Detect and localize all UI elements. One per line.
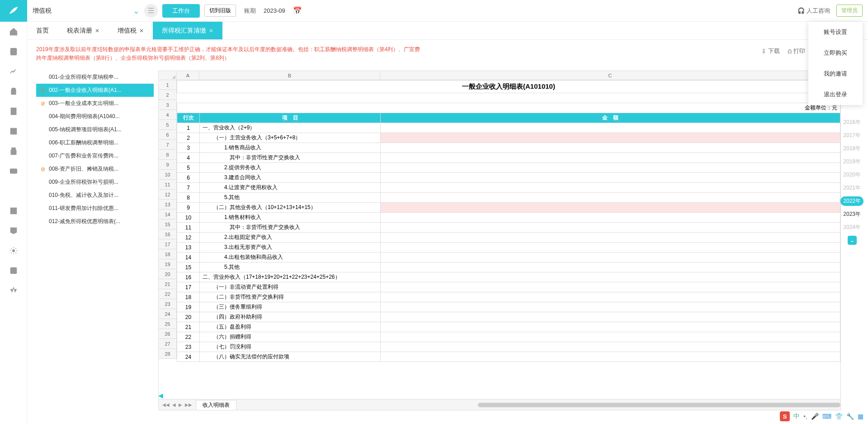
cell-rownum[interactable]: 7 bbox=[177, 183, 200, 193]
cell-item[interactable]: （二）其他业务收入（10+12+13+14+15） bbox=[200, 203, 381, 213]
row-header[interactable]: 7 bbox=[159, 140, 177, 150]
cell-amount[interactable] bbox=[381, 143, 840, 153]
menu-logout[interactable]: 退出登录 bbox=[808, 84, 863, 105]
sheet-hscroll[interactable] bbox=[236, 403, 840, 407]
row-header[interactable]: 6 bbox=[159, 130, 177, 140]
row-header[interactable]: 1 bbox=[159, 80, 177, 90]
row-header[interactable]: 11 bbox=[159, 180, 177, 190]
cell-amount[interactable] bbox=[381, 302, 840, 312]
cell-rownum[interactable]: 17 bbox=[177, 282, 200, 292]
nav-inbox-icon[interactable] bbox=[0, 221, 27, 241]
row-header[interactable]: 13 bbox=[159, 200, 177, 210]
form-item-012[interactable]: 012-减免所得税优惠明细表(... bbox=[36, 215, 154, 228]
col-header-c[interactable]: C bbox=[380, 71, 840, 80]
year-more-icon[interactable]: ⌄ bbox=[848, 236, 857, 245]
form-item-011[interactable]: 011-研发费用加计扣除优惠... bbox=[36, 202, 154, 215]
cell-item[interactable]: （一）非流动资产处置利得 bbox=[200, 282, 381, 292]
cell-item[interactable]: 2.提供劳务收入 bbox=[200, 163, 381, 173]
sheet-nav-last-icon[interactable]: ▶▶ bbox=[184, 402, 193, 407]
cell-rownum[interactable]: 18 bbox=[177, 292, 200, 302]
history-button[interactable]: ☰ bbox=[144, 4, 158, 18]
cell-amount[interactable] bbox=[381, 262, 840, 272]
cell-item[interactable]: 1.销售材料收入 bbox=[200, 213, 381, 223]
row-header[interactable]: 10 bbox=[159, 170, 177, 180]
nav-vip-icon[interactable] bbox=[0, 281, 27, 300]
form-item-005[interactable]: 005-纳税调整项目明细表(A1... bbox=[36, 123, 154, 136]
row-header[interactable]: 23 bbox=[159, 299, 177, 309]
ime-tool-icon[interactable]: 🔧 bbox=[846, 413, 854, 420]
cell-amount[interactable] bbox=[381, 213, 840, 223]
year-2018年[interactable]: 2018年 bbox=[840, 144, 863, 153]
row-header[interactable]: 3 bbox=[159, 100, 177, 110]
cell-amount[interactable] bbox=[381, 252, 840, 262]
ime-punct-icon[interactable]: •, bbox=[803, 413, 807, 420]
cell-item[interactable]: 5.其他 bbox=[200, 193, 381, 203]
nav-salary-icon[interactable] bbox=[0, 161, 27, 181]
cell-rownum[interactable]: 23 bbox=[177, 342, 200, 352]
cell-amount[interactable] bbox=[381, 282, 840, 292]
workbench-button[interactable]: 工作台 bbox=[162, 4, 200, 18]
tab-close-icon[interactable]: ✕ bbox=[95, 28, 99, 34]
row-header[interactable]: 25 bbox=[159, 319, 177, 329]
tab-税表清册[interactable]: 税表清册✕ bbox=[58, 22, 108, 39]
sheet-nav-prev-icon[interactable]: ◀ bbox=[171, 402, 177, 407]
cell-rownum[interactable]: 8 bbox=[177, 193, 200, 203]
tab-close-icon[interactable]: ✕ bbox=[139, 28, 144, 34]
nav-report-icon[interactable] bbox=[0, 42, 27, 62]
cell-amount[interactable] bbox=[381, 233, 840, 243]
year-2019年[interactable]: 2019年 bbox=[840, 157, 863, 167]
year-2016年[interactable]: 2016年 bbox=[840, 118, 863, 127]
cell-rownum[interactable]: 6 bbox=[177, 173, 200, 183]
expand-triangle-icon[interactable]: ◀ bbox=[158, 392, 163, 399]
nav-archive-icon[interactable] bbox=[0, 201, 27, 221]
cell-amount[interactable] bbox=[381, 163, 840, 173]
row-header[interactable]: 12 bbox=[159, 190, 177, 200]
ime-grid-icon[interactable]: ▦ bbox=[858, 413, 863, 420]
nav-settings-icon[interactable] bbox=[0, 241, 27, 261]
tab-增值税[interactable]: 增值税✕ bbox=[108, 22, 153, 39]
cell-item[interactable]: （五）盘盈利得 bbox=[200, 322, 381, 332]
cell-item[interactable]: 2.出租固定资产收入 bbox=[200, 233, 381, 243]
cell-rownum[interactable]: 4 bbox=[177, 153, 200, 163]
cell-rownum[interactable]: 24 bbox=[177, 352, 200, 362]
company-selector[interactable]: 增值税 ⌄ bbox=[33, 6, 140, 16]
row-header[interactable]: 17 bbox=[159, 239, 177, 249]
row-header[interactable]: 20 bbox=[159, 269, 177, 279]
cell-amount[interactable] bbox=[381, 173, 840, 183]
cell-rownum[interactable]: 15 bbox=[177, 262, 200, 272]
row-header[interactable]: 26 bbox=[159, 329, 177, 339]
cell-item[interactable]: （六）捐赠利得 bbox=[200, 332, 381, 342]
row-header[interactable]: 27 bbox=[159, 339, 177, 349]
form-item-009[interactable]: 009-企业所得税弥补亏损明... bbox=[36, 176, 154, 189]
cell-rownum[interactable]: 12 bbox=[177, 233, 200, 243]
ime-voice-icon[interactable]: 🎤 bbox=[811, 413, 819, 420]
cell-rownum[interactable]: 9 bbox=[177, 203, 200, 213]
cell-item[interactable]: 1.销售商品收入 bbox=[200, 143, 381, 153]
cell-amount[interactable] bbox=[381, 153, 840, 163]
row-header[interactable]: 21 bbox=[159, 279, 177, 289]
cell-amount[interactable] bbox=[381, 193, 840, 203]
cell-amount[interactable] bbox=[381, 292, 840, 302]
cell-amount[interactable] bbox=[381, 123, 840, 133]
cell-rownum[interactable]: 22 bbox=[177, 332, 200, 342]
cell-item[interactable]: 其中：非货币性资产交换收入 bbox=[200, 153, 381, 163]
cell-amount[interactable] bbox=[381, 322, 840, 332]
cell-rownum[interactable]: 3 bbox=[177, 143, 200, 153]
cell-item[interactable]: 4.让渡资产使用权收入 bbox=[200, 183, 381, 193]
cell-rownum[interactable]: 14 bbox=[177, 252, 200, 262]
sheet-nav-next-icon[interactable]: ▶ bbox=[178, 402, 183, 407]
tab-close-icon[interactable]: ✕ bbox=[209, 28, 213, 34]
menu-purchase[interactable]: 立即购买 bbox=[808, 43, 863, 63]
download-button[interactable]: ⇩下载 bbox=[761, 47, 780, 55]
cell-rownum[interactable]: 19 bbox=[177, 302, 200, 312]
cell-item[interactable]: （四）政府补助利得 bbox=[200, 312, 381, 322]
row-header[interactable]: 14 bbox=[159, 210, 177, 219]
cell-amount[interactable] bbox=[381, 133, 840, 143]
row-header[interactable]: 18 bbox=[159, 249, 177, 259]
nav-app-icon[interactable] bbox=[0, 261, 27, 281]
cell-rownum[interactable]: 21 bbox=[177, 322, 200, 332]
ime-keyboard-icon[interactable]: ⌨ bbox=[822, 413, 831, 420]
sheet-select-all[interactable] bbox=[159, 71, 177, 80]
nav-analytics-icon[interactable] bbox=[0, 62, 27, 81]
row-header[interactable]: 4 bbox=[159, 110, 177, 120]
